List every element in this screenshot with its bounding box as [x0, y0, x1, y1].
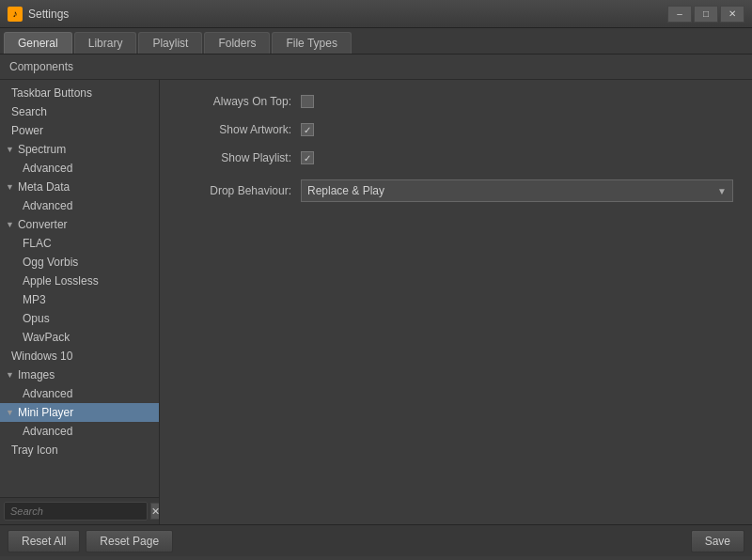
sidebar-item-mp3[interactable]: MP3: [0, 290, 159, 309]
sidebar-item-wavpack[interactable]: WavPack: [0, 328, 159, 347]
show-playlist-label: Show Playlist:: [179, 151, 301, 164]
show-artwork-checkbox[interactable]: [301, 123, 314, 136]
sidebar-list: Taskbar Buttons Search Power ▼ Spectrum …: [0, 80, 159, 497]
right-panel: Always On Top: Show Artwork: Show Playli…: [160, 80, 752, 524]
tab-filetypes[interactable]: File Types: [272, 32, 351, 54]
tab-general[interactable]: General: [4, 32, 72, 54]
window-title: Settings: [28, 8, 667, 21]
components-header: Components: [0, 54, 752, 80]
content-area: Taskbar Buttons Search Power ▼ Spectrum …: [0, 80, 752, 524]
sidebar-item-taskbar-buttons[interactable]: Taskbar Buttons: [0, 84, 159, 102]
drop-behaviour-row: Drop Behaviour: Replace & Play ▼: [179, 179, 733, 202]
minimize-button[interactable]: –: [667, 6, 692, 23]
tab-folders[interactable]: Folders: [204, 32, 270, 54]
metadata-arrow: ▼: [6, 182, 14, 192]
bottom-bar: Reset All Reset Page Save: [0, 524, 752, 556]
sidebar-item-mini-player[interactable]: ▼ Mini Player: [0, 403, 159, 422]
sidebar-search-input[interactable]: [4, 502, 148, 521]
components-label: Components: [9, 60, 73, 73]
reset-all-button[interactable]: Reset All: [8, 530, 80, 552]
always-on-top-label: Always On Top:: [179, 95, 301, 108]
sidebar-item-images-advanced[interactable]: Advanced: [0, 384, 159, 403]
sidebar-item-ogg-vorbis[interactable]: Ogg Vorbis: [0, 253, 159, 272]
sidebar-item-converter[interactable]: ▼ Converter: [0, 215, 159, 234]
sidebar-item-metadata[interactable]: ▼ Meta Data: [0, 178, 159, 196]
sidebar-item-metadata-advanced[interactable]: Advanced: [0, 196, 159, 215]
sidebar-item-apple-lossless[interactable]: Apple Lossless: [0, 272, 159, 290]
tab-library[interactable]: Library: [74, 32, 137, 54]
miniplayer-arrow: ▼: [6, 408, 14, 417]
show-playlist-checkbox-container: [301, 151, 314, 164]
save-button[interactable]: Save: [691, 530, 744, 552]
dropdown-arrow-icon: ▼: [717, 186, 727, 196]
drop-behaviour-label: Drop Behaviour:: [179, 184, 301, 197]
images-arrow: ▼: [6, 370, 14, 380]
close-button[interactable]: ✕: [720, 6, 744, 23]
converter-arrow: ▼: [6, 220, 14, 229]
always-on-top-checkbox[interactable]: [301, 95, 314, 108]
always-on-top-checkbox-container: [301, 95, 314, 108]
always-on-top-row: Always On Top:: [179, 95, 733, 108]
sidebar-item-spectrum-advanced[interactable]: Advanced: [0, 159, 159, 178]
sidebar-item-miniplayer-advanced[interactable]: Advanced: [0, 422, 159, 441]
show-artwork-label: Show Artwork:: [179, 123, 301, 136]
sidebar-item-opus[interactable]: Opus: [0, 309, 159, 328]
maximize-button[interactable]: □: [694, 6, 718, 23]
app-icon: ♪: [8, 7, 23, 22]
drop-behaviour-dropdown-container: Replace & Play ▼: [301, 179, 733, 202]
sidebar-search-clear-button[interactable]: ✕: [150, 503, 160, 520]
sidebar-item-windows10[interactable]: Windows 10: [0, 347, 159, 366]
show-artwork-row: Show Artwork:: [179, 123, 733, 136]
sidebar-item-tray-icon[interactable]: Tray Icon: [0, 441, 159, 459]
drop-behaviour-select[interactable]: Replace & Play ▼: [301, 179, 733, 202]
sidebar-search-bar: ✕: [0, 497, 159, 524]
tab-playlist[interactable]: Playlist: [138, 32, 202, 54]
sidebar: Taskbar Buttons Search Power ▼ Spectrum …: [0, 80, 160, 524]
sidebar-item-flac[interactable]: FLAC: [0, 234, 159, 253]
reset-page-button[interactable]: Reset Page: [86, 530, 173, 552]
main-content: Components Taskbar Buttons Search Power …: [0, 54, 752, 524]
spectrum-arrow: ▼: [6, 145, 14, 154]
drop-behaviour-value: Replace & Play: [307, 184, 384, 197]
sidebar-item-spectrum[interactable]: ▼ Spectrum: [0, 140, 159, 159]
show-playlist-row: Show Playlist:: [179, 151, 733, 164]
title-bar: ♪ Settings – □ ✕: [0, 0, 752, 28]
tab-bar: General Library Playlist Folders File Ty…: [0, 28, 752, 54]
window-controls: – □ ✕: [667, 6, 744, 23]
sidebar-item-search[interactable]: Search: [0, 102, 159, 121]
show-artwork-checkbox-container: [301, 123, 314, 136]
sidebar-item-power[interactable]: Power: [0, 121, 159, 140]
sidebar-item-images[interactable]: ▼ Images: [0, 366, 159, 384]
show-playlist-checkbox[interactable]: [301, 151, 314, 164]
